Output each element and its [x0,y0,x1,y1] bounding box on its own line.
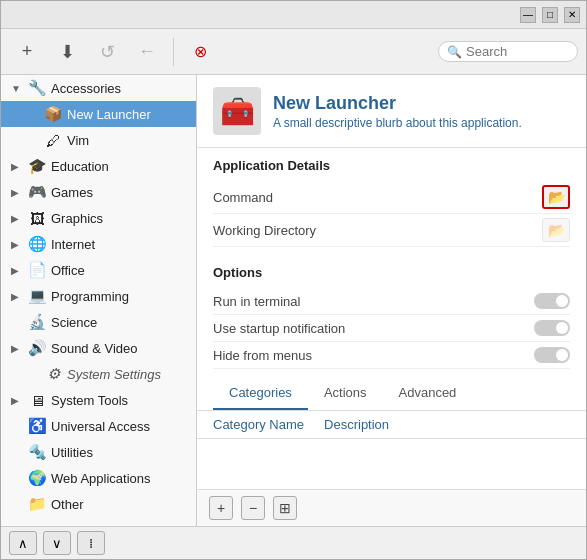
graphics-icon: 🖼 [28,209,46,227]
back-button[interactable]: ← [129,34,165,70]
application-details-section: Application Details Command 📂 Working Di… [197,148,586,257]
command-row: Command 📂 [213,181,570,214]
app-desc: A small descriptive blurb about this app… [273,116,522,130]
category-name-column: Category Name [213,417,304,432]
options-section: Options Run in terminal Use startup noti… [197,257,586,377]
app-header: 🧰 New Launcher A small descriptive blurb… [197,75,586,148]
sidebar-label-sound-video: Sound & Video [51,341,138,356]
programming-icon: 💻 [28,287,46,305]
sidebar-label-games: Games [51,185,93,200]
category-list [197,439,586,489]
working-directory-input-area [361,218,534,242]
universal-access-icon: ♿ [28,417,46,435]
app-icon: 🧰 [213,87,261,135]
sidebar-item-science[interactable]: 🔬 Science [1,309,196,335]
science-icon: 🔬 [28,313,46,331]
command-browse-button[interactable]: 📂 [542,185,570,209]
search-input[interactable] [466,44,569,59]
tab-actions[interactable]: Actions [308,377,383,410]
command-label: Command [213,190,353,205]
categories-toolbar: + − ⊞ [197,489,586,526]
install-button[interactable]: ⬇ [49,34,85,70]
sidebar-item-new-launcher[interactable]: 📦 New Launcher [1,101,196,127]
close-button[interactable]: ✕ [564,7,580,23]
sidebar-item-vim[interactable]: 🖊 Vim [1,127,196,153]
use-startup-notification-label: Use startup notification [213,321,534,336]
search-box: 🔍 [438,41,578,62]
search-icon: 🔍 [447,45,462,59]
use-startup-notification-row: Use startup notification [213,315,570,342]
remove-category-button[interactable]: − [241,496,265,520]
description-column: Description [324,417,389,432]
main-window: — □ ✕ + ⬇ ↺ ← ⊗ 🔍 🔧 Accessories � [0,0,587,560]
sidebar-item-sound-video[interactable]: 🔊 Sound & Video [1,335,196,361]
sidebar-item-system-settings[interactable]: ⚙ System Settings [1,361,196,387]
sidebar-item-system-tools[interactable]: 🖥 System Tools [1,387,196,413]
expand-arrow-internet [11,239,23,250]
content-area: 🔧 Accessories 📦 New Launcher 🖊 Vim 🎓 Edu… [1,75,586,526]
minimize-button[interactable]: — [520,7,536,23]
working-directory-browse-button[interactable]: 📂 [542,218,570,242]
expand-arrow-education [11,161,23,172]
run-in-terminal-toggle[interactable] [534,293,570,309]
expand-arrow-graphics [11,213,23,224]
system-tools-icon: 🖥 [28,391,46,409]
use-startup-notification-toggle[interactable] [534,320,570,336]
stop-button[interactable]: ⊗ [182,34,218,70]
add-category-button[interactable]: + [209,496,233,520]
sound-video-icon: 🔊 [28,339,46,357]
sidebar-label-system-settings: System Settings [67,367,161,382]
sidebar-item-games[interactable]: 🎮 Games [1,179,196,205]
sidebar-label-utilities: Utilities [51,445,93,460]
sidebar-item-internet[interactable]: 🌐 Internet [1,231,196,257]
sidebar-label-universal-access: Universal Access [51,419,150,434]
sidebar-label-science: Science [51,315,97,330]
new-launcher-icon: 📦 [44,105,62,123]
sidebar-item-graphics[interactable]: 🖼 Graphics [1,205,196,231]
sidebar-label-graphics: Graphics [51,211,103,226]
run-in-terminal-label: Run in terminal [213,294,534,309]
hide-from-menus-toggle[interactable] [534,347,570,363]
move-down-button[interactable]: ∨ [43,531,71,555]
sidebar: 🔧 Accessories 📦 New Launcher 🖊 Vim 🎓 Edu… [1,75,197,526]
folder-dim-icon: 📂 [548,222,565,238]
sidebar-item-universal-access[interactable]: ♿ Universal Access [1,413,196,439]
options-button[interactable]: ⁞ [77,531,105,555]
toolbar-separator [173,38,174,66]
expand-arrow-games [11,187,23,198]
sidebar-item-web-applications[interactable]: 🌍 Web Applications [1,465,196,491]
sidebar-item-programming[interactable]: 💻 Programming [1,283,196,309]
app-title: New Launcher [273,93,522,114]
system-settings-icon: ⚙ [44,365,62,383]
hide-from-menus-label: Hide from menus [213,348,534,363]
tab-categories[interactable]: Categories [213,377,308,410]
sidebar-label-other: Other [51,497,84,512]
expand-arrow-accessories [11,83,23,94]
expand-arrow-programming [11,291,23,302]
vim-icon: 🖊 [44,131,62,149]
working-directory-row: Working Directory 📂 [213,214,570,247]
sidebar-item-other[interactable]: 📁 Other [1,491,196,517]
games-icon: 🎮 [28,183,46,201]
options-label: Options [213,265,570,280]
sidebar-item-accessories[interactable]: 🔧 Accessories [1,75,196,101]
sidebar-item-education[interactable]: 🎓 Education [1,153,196,179]
sidebar-label-web-applications: Web Applications [51,471,151,486]
office-icon: 📄 [28,261,46,279]
tabs-bar: Categories Actions Advanced [197,377,586,411]
run-in-terminal-row: Run in terminal [213,288,570,315]
working-directory-label: Working Directory [213,223,353,238]
internet-icon: 🌐 [28,235,46,253]
sidebar-item-utilities[interactable]: 🔩 Utilities [1,439,196,465]
move-up-button[interactable]: ∧ [9,531,37,555]
app-info: New Launcher A small descriptive blurb a… [273,93,522,130]
refresh-button[interactable]: ↺ [89,34,125,70]
tab-advanced[interactable]: Advanced [383,377,473,410]
maximize-button[interactable]: □ [542,7,558,23]
edit-category-button[interactable]: ⊞ [273,496,297,520]
expand-arrow-office [11,265,23,276]
add-button[interactable]: + [9,34,45,70]
education-icon: 🎓 [28,157,46,175]
sidebar-item-office[interactable]: 📄 Office [1,257,196,283]
titlebar: — □ ✕ [1,1,586,29]
